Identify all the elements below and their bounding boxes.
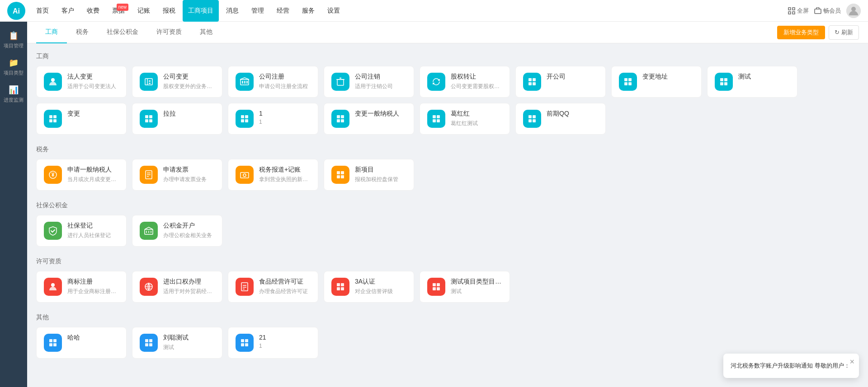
nav-service[interactable]: 服务 (297, 0, 320, 22)
card-4-1[interactable]: 刘聪测试测试 (132, 327, 222, 359)
svg-rect-56 (533, 119, 536, 122)
card-0-0[interactable]: 法人变更适用于公司变更法人 (36, 66, 127, 98)
nav-tax[interactable]: 报税 (157, 0, 181, 22)
card-1-0[interactable]: ¥申请一般纳税人当月或次月成变更完成 (36, 159, 127, 191)
card-0-13[interactable]: 前期QQ (515, 103, 606, 135)
svg-rect-27 (624, 82, 627, 85)
card-4-0[interactable]: 哈哈 (36, 327, 127, 359)
sidebar-item-progress[interactable]: 📊 进度监测 (1, 81, 26, 107)
sidebar-item-project-mgmt[interactable]: 📋 项目管理 (1, 27, 26, 52)
svg-rect-6 (815, 9, 821, 14)
card-3-3[interactable]: 3A认证对企业信誉评级 (324, 271, 414, 303)
card-2-1[interactable]: 公积金开户办理公积金相关业务 (132, 215, 222, 247)
nav-accounting[interactable]: 记账 (132, 0, 156, 22)
svg-rect-38 (149, 115, 152, 118)
notification-popup: × 河北税务数字账户升级影响通知 尊敬的用户： (723, 354, 859, 378)
card-name-2-1: 公积金开户 (163, 222, 215, 230)
card-icon-3-4 (427, 278, 445, 296)
svg-text:Ai: Ai (13, 7, 20, 15)
cards-grid-3: 商标注册用于企业商标注册服务进出口权办理适用于对外贸易经营者食品经营许可证办理食… (36, 271, 859, 303)
fullscreen-btn[interactable]: 全屏 (788, 7, 809, 15)
card-0-12[interactable]: 葛红红葛红红测试 (420, 103, 510, 135)
card-name-3-3: 3A认证 (355, 278, 406, 286)
card-name-0-9: 拉拉 (163, 110, 215, 118)
card-name-0-0: 法人变更 (67, 73, 119, 81)
card-0-6[interactable]: 变更地址 (611, 66, 702, 98)
tab-business[interactable]: 工商 (36, 22, 67, 43)
nav-home[interactable]: 首页 (31, 0, 54, 22)
nav-settings[interactable]: 设置 (322, 0, 345, 22)
nav-items: 首页 客户 收费 票据 new 记账 报税 工商项目 消息 管理 经营 服务 设… (31, 0, 788, 22)
card-0-3[interactable]: 公司注销适用于注销公司 (324, 66, 414, 98)
notification-close-icon[interactable]: × (849, 357, 854, 367)
card-0-4[interactable]: 股权转让公司变更需要股权转让 (420, 66, 510, 98)
card-name-0-13: 前期QQ (547, 110, 598, 118)
svg-rect-30 (724, 78, 727, 81)
card-4-2[interactable]: 211 (228, 327, 318, 359)
tab-social-insurance[interactable]: 社保公积金 (98, 22, 147, 43)
card-icon-0-9 (140, 110, 158, 128)
card-icon-4-2 (236, 334, 254, 352)
card-name-4-0: 哈哈 (67, 334, 119, 342)
logo[interactable]: Ai (7, 2, 25, 20)
sidebar-item-project-type-label: 项目类型 (4, 70, 24, 76)
card-0-9[interactable]: 拉拉 (132, 103, 222, 135)
card-1-1[interactable]: 申请发票办理申请发票业务 (132, 159, 222, 191)
card-0-1[interactable]: 公司变更股权变更外的业务变更 (132, 66, 222, 98)
user-avatar[interactable] (846, 4, 861, 18)
svg-rect-55 (528, 119, 532, 122)
card-3-2[interactable]: 食品经营许可证办理食品经营许可证 (228, 271, 318, 303)
svg-rect-40 (149, 119, 152, 122)
card-info-3-2: 食品经营许可证办理食品经营许可证 (259, 278, 311, 295)
card-name-3-2: 食品经营许可证 (259, 278, 311, 286)
nav-message[interactable]: 消息 (221, 0, 244, 22)
card-info-0-3: 公司注销适用于注销公司 (355, 73, 406, 90)
card-3-4[interactable]: 测试项目类型目定义测试 (420, 271, 510, 303)
svg-rect-46 (341, 115, 344, 118)
card-3-0[interactable]: 商标注册用于企业商标注册服务 (36, 271, 127, 303)
card-name-0-2: 公司注册 (259, 73, 311, 81)
card-info-0-6: 变更地址 (642, 73, 694, 83)
member-btn[interactable]: 畅会员 (814, 7, 841, 15)
svg-rect-25 (624, 78, 627, 81)
card-0-5[interactable]: 开公司 (515, 66, 606, 98)
progress-icon: 📊 (9, 85, 19, 95)
nav-operation[interactable]: 经营 (271, 0, 295, 22)
card-3-1[interactable]: 进出口权办理适用于对外贸易经营者 (132, 271, 222, 303)
tab-license[interactable]: 许可资质 (147, 22, 191, 43)
fullscreen-label: 全屏 (797, 7, 809, 15)
nav-business[interactable]: 工商项目 (183, 0, 219, 22)
card-name-4-1: 刘聪测试 (163, 334, 215, 342)
card-name-0-6: 变更地址 (642, 73, 694, 81)
card-0-11[interactable]: 变更一般纳税人 (324, 103, 414, 135)
svg-rect-34 (53, 115, 57, 118)
tab-other[interactable]: 其他 (191, 22, 222, 43)
card-0-7[interactable]: 测试 (707, 66, 797, 98)
svg-rect-41 (241, 115, 244, 118)
add-business-type-button[interactable]: 新增业务类型 (777, 26, 825, 39)
card-0-8[interactable]: 变更 (36, 103, 127, 135)
svg-rect-84 (337, 287, 340, 290)
refresh-button[interactable]: ↻ 刷新 (829, 25, 859, 40)
card-desc-3-3: 对企业信誉评级 (355, 288, 406, 295)
card-desc-0-12: 葛红红测试 (451, 120, 502, 127)
nav-fee[interactable]: 收费 (81, 0, 105, 22)
svg-rect-90 (49, 339, 52, 342)
svg-rect-52 (437, 119, 440, 122)
nav-ticket[interactable]: 票据 new (107, 0, 130, 22)
sidebar-item-project-type[interactable]: 📁 项目类型 (1, 54, 26, 79)
svg-rect-18 (337, 79, 344, 85)
nav-client[interactable]: 客户 (56, 0, 80, 22)
card-icon-0-11 (331, 110, 349, 128)
nav-manage[interactable]: 管理 (246, 0, 269, 22)
svg-rect-78 (241, 283, 248, 291)
tab-tax[interactable]: 税务 (67, 22, 98, 43)
card-0-2[interactable]: 公司注册申请公司注册全流程 (228, 66, 318, 98)
svg-rect-35 (49, 119, 52, 122)
card-0-10[interactable]: 11 (228, 103, 318, 135)
card-1-2[interactable]: 税务报道+记账拿到营业执照的新公司 (228, 159, 318, 191)
svg-rect-87 (437, 283, 440, 286)
card-desc-0-4: 公司变更需要股权转让 (451, 83, 502, 90)
card-1-3[interactable]: 新项目报税加税控盘保管 (324, 159, 414, 191)
card-2-0[interactable]: 社保登记进行人员社保登记 (36, 215, 127, 247)
